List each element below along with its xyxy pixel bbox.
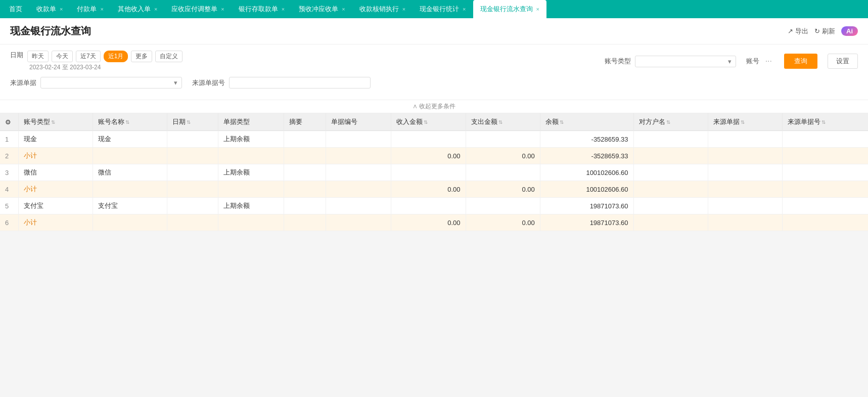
cell-doc-type: 上期余额: [218, 131, 284, 148]
cell-expense: [466, 164, 540, 181]
account-label: 账号: [746, 57, 759, 66]
source-doc-select[interactable]: ▾: [40, 77, 182, 89]
cell-expense: [466, 131, 540, 148]
cell-counterparty: [633, 131, 708, 148]
nav-label-bank-flow: 现金银行流水查询: [480, 0, 533, 18]
chevron-down-icon: ▾: [728, 58, 732, 65]
table-row[interactable]: 5支付宝支付宝上期余额19871073.60: [0, 198, 868, 214]
table-row[interactable]: 1现金现金上期余额-3528659.33: [0, 131, 868, 148]
cell-source-doc-no: [783, 131, 869, 148]
nav-item-bank-flow[interactable]: 现金银行流水查询 ×: [473, 0, 546, 18]
cell-date: [167, 214, 218, 231]
cell-summary: [284, 148, 326, 164]
date-filter-controls: 昨天 今天 近7天 近1月 更多 自定义 2023-02-24 至 2023-0…: [27, 51, 182, 72]
nav-close-verification[interactable]: ×: [402, 0, 405, 18]
col-account-type[interactable]: 账号类型⇅: [18, 113, 93, 131]
cell-account-type: 小计: [18, 214, 93, 231]
nav-item-adjustment[interactable]: 应收应付调整单 ×: [164, 0, 231, 18]
table-row[interactable]: 6小计0.000.0019871073.60: [0, 214, 868, 231]
col-doc-type[interactable]: 单据类型: [218, 113, 284, 131]
nav-close-receipt[interactable]: ×: [60, 0, 63, 18]
cell-num: 3: [0, 164, 18, 181]
col-gear[interactable]: ⚙: [0, 113, 18, 131]
date-btn-yesterday[interactable]: 昨天: [27, 51, 49, 62]
cell-income: 0.00: [391, 214, 466, 231]
cell-income: 0.00: [391, 181, 466, 198]
col-doc-no[interactable]: 单据编号: [326, 113, 391, 131]
refresh-button[interactable]: ↻ 刷新: [814, 27, 835, 36]
col-account-name[interactable]: 账号名称⇅: [93, 113, 167, 131]
col-balance[interactable]: 余额⇅: [540, 113, 633, 131]
collapse-up-icon: ∧: [413, 103, 418, 110]
cell-income: 0.00: [391, 148, 466, 164]
cell-account-type: 小计: [18, 148, 93, 164]
nav-close-advance[interactable]: ×: [342, 0, 345, 18]
source-doc-filter-group: 来源单据 ▾: [10, 77, 182, 89]
cell-doc-no: [326, 164, 391, 181]
collapse-label: 收起更多条件: [419, 103, 455, 110]
col-income[interactable]: 收入金额⇅: [391, 113, 466, 131]
nav-label-bank-stats: 现金银行统计: [420, 0, 459, 18]
nav-label-bank-deposit: 银行存取款单: [239, 0, 278, 18]
settings-button[interactable]: 设置: [828, 54, 858, 69]
cell-num: 6: [0, 214, 18, 231]
dots-button[interactable]: ···: [763, 57, 774, 66]
nav-close-bank-deposit[interactable]: ×: [282, 0, 285, 18]
date-btn-more[interactable]: 更多: [131, 51, 152, 62]
table-row[interactable]: 3微信微信上期余额100102606.60: [0, 164, 868, 181]
cell-doc-no: [326, 181, 391, 198]
account-type-label: 账号类型: [605, 57, 631, 66]
nav-item-home[interactable]: 首页: [2, 0, 29, 18]
cell-expense: 0.00: [466, 148, 540, 164]
ai-button[interactable]: Ai: [841, 26, 858, 36]
col-source-doc-no[interactable]: 来源单据号⇅: [783, 113, 869, 131]
cell-date: [167, 131, 218, 148]
table-row[interactable]: 2小计0.000.00-3528659.33: [0, 148, 868, 164]
cell-counterparty: [633, 164, 708, 181]
date-btn-custom[interactable]: 自定义: [155, 51, 182, 62]
nav-item-receipt[interactable]: 收款单 ×: [29, 0, 70, 18]
nav-close-bank-stats[interactable]: ×: [463, 0, 466, 18]
sort-icon-counterparty: ⇅: [666, 119, 670, 125]
cell-income: [391, 198, 466, 214]
table-row[interactable]: 4小计0.000.00100102606.60: [0, 181, 868, 198]
source-doc-num-filter-group: 来源单据号: [192, 77, 371, 89]
export-button[interactable]: ↗ 导出: [788, 27, 808, 36]
cell-account-name: [93, 148, 167, 164]
cell-doc-type: [218, 148, 284, 164]
header-actions: ↗ 导出 ↻ 刷新 Ai: [788, 26, 858, 36]
col-date[interactable]: 日期⇅: [167, 113, 218, 131]
query-button[interactable]: 查询: [784, 54, 817, 69]
table-body: 1现金现金上期余额-3528659.332小计0.000.00-3528659.…: [0, 131, 868, 231]
cell-counterparty: [633, 214, 708, 231]
collapse-bar[interactable]: ∧ 收起更多条件: [0, 100, 868, 113]
date-btn-7days[interactable]: 近7天: [76, 51, 101, 62]
source-doc-num-input[interactable]: [229, 77, 371, 89]
col-expense[interactable]: 支出金额⇅: [466, 113, 540, 131]
nav-label-home: 首页: [9, 0, 22, 18]
nav-label-other-income: 其他收入单: [118, 0, 151, 18]
nav-item-bank-stats[interactable]: 现金银行统计 ×: [413, 0, 473, 18]
col-summary[interactable]: 摘要: [284, 113, 326, 131]
nav-close-adjustment[interactable]: ×: [221, 0, 224, 18]
nav-close-bank-flow[interactable]: ×: [536, 0, 539, 18]
nav-close-payment[interactable]: ×: [100, 0, 103, 18]
nav-close-other-income[interactable]: ×: [154, 0, 157, 18]
nav-item-other-income[interactable]: 其他收入单 ×: [111, 0, 164, 18]
cell-balance: 19871073.60: [540, 198, 633, 214]
account-type-filter-group: 账号类型 ▾: [605, 56, 736, 67]
nav-item-verification[interactable]: 收款核销执行 ×: [352, 0, 413, 18]
date-btn-1month[interactable]: 近1月: [104, 51, 128, 62]
date-btn-today[interactable]: 今天: [52, 51, 73, 62]
cell-date: [167, 181, 218, 198]
cell-source-doc: [708, 198, 782, 214]
account-type-select[interactable]: ▾: [635, 56, 736, 67]
sort-icon-source-doc: ⇅: [741, 119, 745, 125]
col-counterparty[interactable]: 对方户名⇅: [633, 113, 708, 131]
cell-num: 2: [0, 148, 18, 164]
nav-item-advance[interactable]: 预收冲应收单 ×: [292, 0, 352, 18]
col-source-doc[interactable]: 来源单据⇅: [708, 113, 782, 131]
cell-doc-no: [326, 148, 391, 164]
nav-item-bank-deposit[interactable]: 银行存取款单 ×: [232, 0, 292, 18]
nav-item-payment[interactable]: 付款单 ×: [70, 0, 110, 18]
